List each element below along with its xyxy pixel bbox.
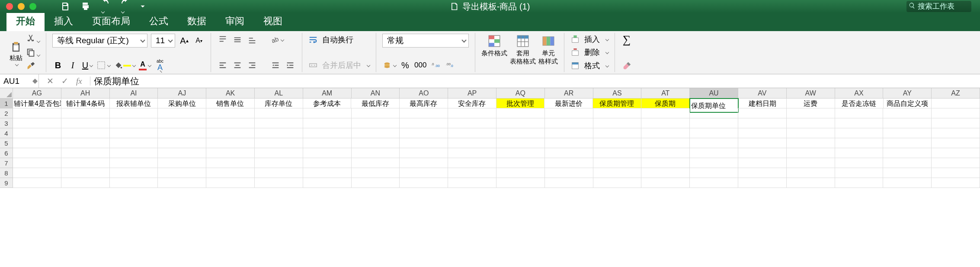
row-header[interactable]: 4: [0, 128, 13, 138]
cell[interactable]: [932, 118, 980, 128]
cell[interactable]: [303, 148, 352, 158]
cell[interactable]: [352, 148, 400, 158]
minimize-window-button[interactable]: [18, 3, 25, 10]
cell[interactable]: [690, 168, 738, 178]
delete-cells-button[interactable]: 删除: [570, 47, 608, 58]
cell[interactable]: [110, 158, 158, 168]
cell[interactable]: [496, 168, 545, 178]
redo-icon[interactable]: [120, 0, 130, 16]
column-header[interactable]: AY: [883, 88, 932, 99]
cell[interactable]: [448, 178, 496, 188]
cell[interactable]: [738, 168, 787, 178]
cell[interactable]: [206, 148, 255, 158]
cell[interactable]: [158, 108, 206, 118]
cell[interactable]: [738, 138, 787, 148]
fill-color-button[interactable]: [114, 59, 135, 71]
cell[interactable]: [835, 108, 884, 118]
cell[interactable]: [593, 108, 642, 118]
column-header[interactable]: AS: [593, 88, 642, 99]
cell[interactable]: [352, 128, 400, 138]
cell[interactable]: [110, 118, 158, 128]
column-header[interactable]: AQ: [496, 88, 545, 99]
cell[interactable]: [303, 178, 352, 188]
column-header[interactable]: AV: [738, 88, 787, 99]
decrease-font-button[interactable]: A▾: [193, 35, 205, 47]
cell[interactable]: [158, 168, 206, 178]
increase-decimal-button[interactable]: .0.00: [430, 59, 441, 71]
cell[interactable]: [303, 128, 352, 138]
cell[interactable]: [61, 158, 110, 168]
cell[interactable]: 最新进价: [544, 99, 593, 108]
cell[interactable]: [255, 178, 303, 188]
cell[interactable]: [690, 148, 738, 158]
print-icon[interactable]: [80, 1, 90, 12]
spreadsheet-grid[interactable]: AGAHAIAJAKALAMANAOAPAQARASATAUAVAWAXAYAZ…: [0, 88, 980, 188]
phonetic-button[interactable]: abcA: [154, 59, 166, 71]
cell[interactable]: [787, 148, 835, 158]
cell[interactable]: 库存单位: [255, 99, 303, 108]
cell[interactable]: [593, 158, 642, 168]
cell[interactable]: [303, 108, 352, 118]
tab-review[interactable]: 审阅: [216, 11, 254, 31]
cell[interactable]: [158, 148, 206, 158]
cell[interactable]: [738, 108, 787, 118]
column-header[interactable]: AK: [206, 88, 255, 99]
tab-home[interactable]: 开始: [6, 11, 45, 31]
cell[interactable]: [835, 158, 884, 168]
cell[interactable]: [352, 108, 400, 118]
align-top-button[interactable]: [217, 34, 228, 46]
cell[interactable]: [932, 178, 980, 188]
cell[interactable]: [883, 168, 932, 178]
cell[interactable]: 安全库存: [448, 99, 496, 108]
cell[interactable]: [738, 178, 787, 188]
cell[interactable]: [496, 108, 545, 118]
number-format-select[interactable]: 常规: [382, 34, 469, 48]
cell[interactable]: [400, 128, 448, 138]
column-header[interactable]: AZ: [932, 88, 980, 99]
formula-input[interactable]: [90, 76, 980, 86]
font-size-select[interactable]: 11: [151, 34, 175, 48]
column-header[interactable]: AW: [787, 88, 835, 99]
cell[interactable]: 辅计量4条码: [61, 99, 110, 108]
cancel-formula-button[interactable]: ✕: [47, 76, 54, 86]
cell[interactable]: [352, 158, 400, 168]
column-header[interactable]: AN: [352, 88, 400, 99]
cell[interactable]: [13, 138, 61, 148]
currency-button[interactable]: [382, 59, 396, 71]
cell[interactable]: 参考成本: [303, 99, 352, 108]
cell[interactable]: [787, 118, 835, 128]
wrap-text-button[interactable]: 自动换行: [308, 34, 370, 46]
cell[interactable]: [13, 128, 61, 138]
cell[interactable]: 报表辅单位: [110, 99, 158, 108]
italic-button[interactable]: I: [67, 59, 78, 71]
column-header[interactable]: AR: [545, 88, 593, 99]
cell[interactable]: [545, 178, 593, 188]
cell[interactable]: [641, 128, 690, 138]
bold-button[interactable]: B: [52, 59, 64, 71]
cell[interactable]: [400, 108, 448, 118]
cell[interactable]: [545, 168, 593, 178]
cell[interactable]: [690, 178, 738, 188]
cell[interactable]: [932, 108, 980, 118]
cell[interactable]: [690, 108, 738, 118]
format-painter-button[interactable]: [26, 61, 40, 73]
cell[interactable]: [448, 108, 496, 118]
cell[interactable]: [206, 138, 255, 148]
cell[interactable]: [932, 158, 980, 168]
cell[interactable]: [13, 148, 61, 158]
cell[interactable]: [787, 178, 835, 188]
tab-data[interactable]: 数据: [178, 11, 216, 31]
cell[interactable]: [158, 158, 206, 168]
cell[interactable]: [255, 108, 303, 118]
increase-font-button[interactable]: A▴: [179, 35, 190, 47]
row-header[interactable]: 2: [0, 108, 13, 118]
cell[interactable]: [787, 108, 835, 118]
cell[interactable]: [110, 168, 158, 178]
cell[interactable]: [206, 178, 255, 188]
column-header[interactable]: AG: [13, 88, 61, 99]
cell[interactable]: 最高库存: [400, 99, 448, 108]
font-color-button[interactable]: A: [139, 59, 151, 71]
cell[interactable]: [158, 118, 206, 128]
cell[interactable]: [448, 128, 496, 138]
cell[interactable]: [738, 128, 787, 138]
